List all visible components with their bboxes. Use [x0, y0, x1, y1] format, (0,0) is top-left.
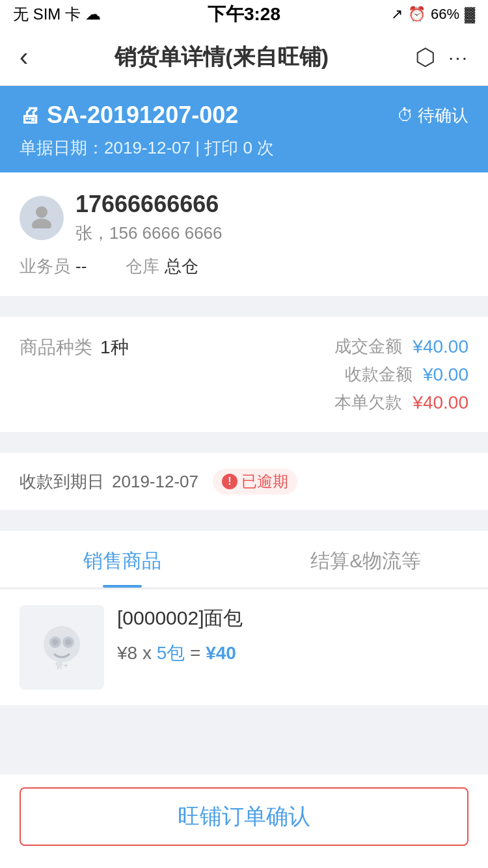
nav-right-actions: ⬡ ··· [415, 44, 468, 71]
alarm-icon: ⏰ [408, 6, 426, 23]
warehouse-value: 总仓 [165, 255, 198, 278]
svg-point-1 [32, 219, 51, 228]
customer-section: 17666666666 张，156 6666 6666 业务员 -- 仓库 总仓 [0, 172, 488, 296]
product-total: ¥40 [206, 643, 236, 663]
tabs-section: 销售商品 结算&物流等 [0, 531, 488, 588]
share-icon[interactable]: ⬡ [415, 44, 435, 71]
product-type-row: 商品种类 1种 [20, 335, 129, 360]
svg-text:管+: 管+ [55, 661, 68, 670]
product-equals: = [185, 643, 206, 663]
product-name: [0000002]面包 [117, 605, 468, 632]
product-thumbnail: 管+ [20, 605, 104, 690]
bottom-section: 旺铺订单确认 [0, 774, 488, 868]
order-date: 单据日期：2019-12-07 | 打印 0 次 [20, 137, 468, 159]
warehouse-info: 仓库 总仓 [126, 255, 198, 278]
confirm-button[interactable]: 旺铺订单确认 [20, 787, 468, 846]
owed-label: 本单欠款 [334, 391, 402, 414]
warehouse-label: 仓库 [126, 255, 159, 278]
confirm-button-label: 旺铺订单确认 [178, 802, 310, 832]
amount-label: 成交金额 [334, 335, 402, 358]
divider-2 [0, 432, 488, 442]
nav-bar: ‹ 销货单详情(来自旺铺) ⬡ ··· [0, 29, 488, 86]
status-bar-left: 无 SIM 卡 ☁ [13, 4, 101, 25]
due-date-value: 2019-12-07 [112, 472, 198, 492]
owed-row: 本单欠款 ¥40.00 [334, 391, 468, 414]
customer-avatar [20, 196, 64, 240]
product-qty: 5包 [157, 643, 185, 663]
due-date-label: 收款到期日 [20, 470, 104, 493]
product-item: 管+ [0000002]面包 ¥8 x 5包 = ¥40 [0, 590, 488, 705]
status-bar-time: 下午3:28 [208, 2, 280, 27]
tab-sales-products[interactable]: 销售商品 [0, 531, 244, 588]
product-price-formula: ¥8 x [117, 643, 157, 663]
order-id: 🖨 SA-20191207-002 [20, 102, 238, 129]
battery-icon: ▓ [465, 6, 475, 23]
product-price-row: ¥8 x 5包 = ¥40 [117, 641, 468, 666]
tab-sales-label: 销售商品 [83, 550, 161, 571]
received-value: ¥0.00 [423, 364, 468, 385]
overdue-badge: ! 已逾期 [213, 468, 297, 495]
received-row: 收款金额 ¥0.00 [345, 363, 468, 386]
status-bar-right: ↗ ⏰ 66% ▓ [391, 6, 475, 23]
sales-person-info: 业务员 -- [20, 255, 87, 278]
amount-value: ¥40.00 [413, 336, 468, 357]
page-title: 销货单详情(来自旺铺) [115, 42, 329, 72]
received-label: 收款金额 [345, 363, 413, 386]
divider-3 [0, 510, 488, 521]
product-details: [0000002]面包 ¥8 x 5包 = ¥40 [117, 605, 468, 666]
overdue-icon: ! [222, 474, 237, 489]
back-button[interactable]: ‹ [20, 42, 28, 72]
sales-label: 业务员 [20, 255, 70, 278]
clock-icon: ⏱ [397, 105, 414, 126]
order-status-text: 待确认 [418, 104, 468, 127]
summary-section: 商品种类 1种 成交金额 ¥40.00 收款金额 ¥0.00 本单欠款 ¥40.… [0, 317, 488, 432]
tab-settlement[interactable]: 结算&物流等 [244, 531, 488, 588]
divider-1 [0, 296, 488, 306]
product-type-value: 1种 [100, 335, 129, 360]
order-status: ⏱ 待确认 [397, 104, 468, 127]
svg-point-5 [52, 639, 59, 645]
order-icon: 🖨 [20, 103, 40, 128]
status-bar: 无 SIM 卡 ☁ 下午3:28 ↗ ⏰ 66% ▓ [0, 0, 488, 29]
order-header-banner: 🖨 SA-20191207-002 ⏱ 待确认 单据日期：2019-12-07 … [0, 86, 488, 172]
customer-sub-info: 张，156 6666 6666 [75, 222, 223, 245]
sim-status: 无 SIM 卡 ☁ [13, 4, 101, 25]
avatar-icon [29, 202, 55, 234]
location-icon: ↗ [391, 6, 403, 23]
sales-value: -- [75, 256, 87, 277]
more-options-icon[interactable]: ··· [448, 46, 468, 68]
amount-row: 成交金额 ¥40.00 [334, 335, 468, 358]
product-thumb-logo: 管+ [36, 621, 88, 673]
tab-settlement-label: 结算&物流等 [310, 550, 421, 571]
due-date-section: 收款到期日 2019-12-07 ! 已逾期 [0, 453, 488, 510]
owed-value: ¥40.00 [413, 392, 468, 413]
svg-point-6 [65, 639, 72, 645]
customer-phone: 17666666666 [75, 191, 223, 218]
product-type-label: 商品种类 [20, 335, 92, 360]
overdue-text: 已逾期 [241, 471, 288, 492]
order-id-text: SA-20191207-002 [47, 102, 238, 129]
battery-level: 66% [431, 6, 459, 23]
tab-active-underline [103, 585, 142, 588]
svg-point-0 [36, 206, 47, 218]
